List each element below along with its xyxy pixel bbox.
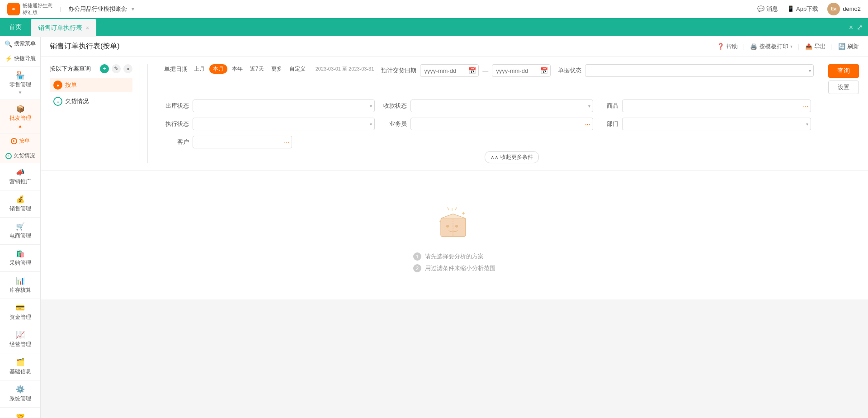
- scheme-item-shortage[interactable]: ○ 欠货情况: [50, 94, 132, 109]
- sidebar-item-purchase[interactable]: 🛍️ 采购管理: [0, 245, 40, 272]
- vertical-divider: [147, 64, 148, 163]
- salesperson-input[interactable]: [410, 118, 593, 130]
- forecast-date-group: 预计交货日期 📅 — 📅: [381, 64, 551, 77]
- sidebar-sub-item-shortage[interactable]: ○ 欠货情况: [0, 148, 40, 163]
- outbound-status-select[interactable]: [193, 100, 375, 112]
- forecast-date-to-input[interactable]: [492, 64, 551, 77]
- sidebar-item-wholesale[interactable]: 📦 批发管理 ▲: [0, 100, 40, 133]
- product-input-wrap: ···: [622, 100, 811, 112]
- salesperson-more-icon[interactable]: ···: [585, 120, 590, 128]
- sidebar-item-search-menu[interactable]: 🔍 搜索菜单: [0, 36, 40, 51]
- sidebar-sub-item-by-order[interactable]: ● 按单: [0, 133, 40, 148]
- sidebar-item-basic-info[interactable]: 🗂️ 基础信息: [0, 353, 40, 380]
- finance-icon: 💳: [16, 304, 25, 312]
- collapse-more-button[interactable]: ∧∧ 收起更多条件: [485, 151, 539, 163]
- system-icon: ⚙️: [16, 385, 25, 394]
- print-icon: 🖨️: [750, 43, 757, 50]
- product-more-icon[interactable]: ···: [803, 102, 808, 109]
- date-tab-more[interactable]: 更多: [269, 64, 285, 74]
- tab-home[interactable]: 首页: [0, 18, 31, 36]
- window-maximize-button[interactable]: ⤢: [857, 23, 863, 32]
- download-icon: 📱: [787, 5, 794, 12]
- dept-select[interactable]: [622, 118, 811, 130]
- print-button[interactable]: 🖨️ 按模板打印 ▾: [750, 43, 793, 51]
- date-tab-this-year[interactable]: 本年: [229, 64, 245, 74]
- divider3: |: [831, 43, 833, 50]
- sidebar-item-ecommerce[interactable]: 🛒 电商管理: [0, 218, 40, 245]
- avatar: Ea: [827, 3, 840, 15]
- collapse-scheme-button[interactable]: «: [123, 64, 132, 73]
- customer-input[interactable]: [193, 136, 292, 148]
- scheme-item-by-order[interactable]: ● 按单: [50, 78, 132, 92]
- product-input[interactable]: [622, 100, 811, 112]
- sidebar-item-quick-nav[interactable]: ⚡ 快捷导航: [0, 51, 40, 66]
- sidebar-item-inventory[interactable]: 📊 库存核算: [0, 272, 40, 299]
- help-button[interactable]: ❓ 帮助: [717, 43, 738, 51]
- filter-row-2: 出库状态 ▾: [164, 100, 859, 112]
- sidebar-item-retail[interactable]: 🏪 零售管理 ▼: [0, 66, 40, 100]
- collection-status-select[interactable]: [410, 100, 593, 112]
- logo-text: 畅捷通好生意 标准版: [23, 2, 52, 15]
- user-profile[interactable]: Ea demo2: [827, 3, 861, 15]
- page-header: 销售订单执行表(按单) ❓ 帮助 | 🖨️ 按模板打印 ▾ | 📤 导出 |: [41, 36, 868, 57]
- empty-tip-1: 1 请先选择要分析的方案: [413, 252, 495, 261]
- collapse-row: ∧∧ 收起更多条件: [164, 148, 859, 163]
- date-tab-this-month[interactable]: 本月: [209, 64, 227, 74]
- app-download-button[interactable]: 📱 App下载: [787, 5, 818, 13]
- tab-close-icon[interactable]: ×: [86, 25, 89, 31]
- sidebar-item-sales[interactable]: 💰 销售管理: [0, 190, 40, 218]
- export-icon: 📤: [805, 43, 812, 50]
- sidebar-item-system[interactable]: ⚙️ 系统管理: [0, 380, 40, 408]
- add-scheme-button[interactable]: +: [100, 64, 109, 73]
- svg-point-4: [455, 225, 458, 228]
- query-button[interactable]: 查询: [828, 64, 859, 78]
- exec-status-select[interactable]: [193, 118, 375, 130]
- outbound-select-wrap: ▾: [193, 100, 375, 112]
- message-button[interactable]: 💬 消息: [757, 5, 778, 13]
- window-close-button[interactable]: ×: [849, 23, 853, 32]
- refresh-button[interactable]: 🔄 刷新: [838, 43, 859, 51]
- sidebar-item-operations[interactable]: 📈 经营管理: [0, 326, 40, 353]
- collection-group: 收款状态 ▾: [382, 100, 593, 112]
- message-icon: 💬: [757, 5, 764, 12]
- filter-row-1: 单据日期 上月 本月 本年 近7天 更多 自定义: [164, 64, 859, 94]
- svg-line-8: [455, 208, 457, 210]
- forecast-date-from-input[interactable]: [420, 64, 479, 77]
- top-bar-right: 💬 消息 📱 App下载 Ea demo2: [757, 3, 861, 15]
- operations-icon: 📈: [16, 331, 25, 339]
- filter-form-rows: 单据日期 上月 本月 本年 近7天 更多 自定义: [164, 64, 859, 148]
- date-tab-last-month[interactable]: 上月: [191, 64, 208, 74]
- filter-row-4: 客户 ···: [164, 136, 859, 148]
- settings-button[interactable]: 设置: [828, 81, 859, 94]
- export-button[interactable]: 📤 导出: [805, 43, 826, 51]
- sidebar-item-enterprise[interactable]: 🤝 企业协同: [0, 408, 40, 418]
- filter-left-actions: + ✎ «: [100, 64, 132, 73]
- collection-label: 收款状态: [382, 102, 407, 110]
- date-tab-7days[interactable]: 近7天: [247, 64, 267, 74]
- tab-bar: 首页 销售订单执行表 × × ⤢: [0, 18, 868, 36]
- query-btn-group: 查询 设置: [828, 64, 859, 94]
- sidebar-item-finance[interactable]: 💳 资金管理: [0, 299, 40, 326]
- date-separator: —: [482, 67, 488, 74]
- top-bar-left: 畅捷通好生意 标准版 | 办公用品行业模拟账套 ▾: [7, 2, 134, 15]
- order-status-label: 单据状态: [558, 66, 581, 75]
- date-tab-custom[interactable]: 自定义: [287, 64, 308, 74]
- edit-scheme-button[interactable]: ✎: [112, 64, 121, 73]
- sidebar-item-marketing[interactable]: 📣 营销推广: [0, 163, 40, 190]
- tab-bar-actions: × ⤢: [849, 23, 863, 32]
- print-dropdown-icon[interactable]: ▾: [790, 44, 793, 49]
- breadcrumb-arrow[interactable]: ▾: [132, 6, 134, 12]
- search-icon: 🔍: [5, 40, 12, 48]
- svg-text:✦: ✦: [439, 220, 442, 224]
- customer-label: 客户: [164, 138, 189, 146]
- customer-more-icon[interactable]: ···: [284, 138, 289, 146]
- order-status-select[interactable]: [585, 64, 814, 77]
- tip1-text: 请先选择要分析的方案: [425, 252, 484, 261]
- breadcrumb: 办公用品行业模拟账套: [68, 5, 127, 13]
- sidebar: 🔍 搜索菜单 ⚡ 快捷导航 🏪 零售管理 ▼ 📦 批发管理 ▲ ● 按单 ○: [0, 36, 41, 418]
- date-tabs: 上月 本月 本年 近7天 更多 自定义: [191, 64, 308, 74]
- empty-tips: 1 请先选择要分析的方案 2 用过滤条件来缩小分析范围: [413, 252, 495, 272]
- svg-line-9: [448, 208, 449, 210]
- tab-sales-execution[interactable]: 销售订单执行表 ×: [31, 19, 96, 37]
- tip2-num: 2: [413, 264, 421, 272]
